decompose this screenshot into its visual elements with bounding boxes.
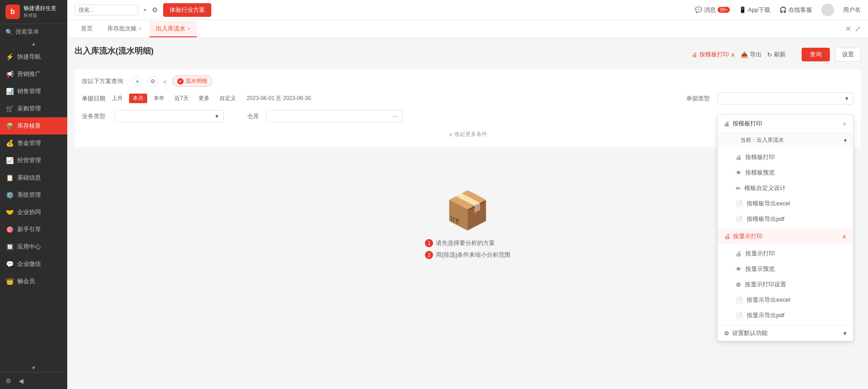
display-group-chevron: ∧ xyxy=(842,233,847,240)
settings-bottom-icon[interactable]: ⚙ xyxy=(5,377,11,384)
lightning-icon: ⚡ xyxy=(5,53,14,61)
config-icon: ⚙ xyxy=(150,78,155,85)
biz-type-select[interactable]: ▾ xyxy=(115,110,224,122)
industry-solution-button[interactable]: 体验行业方案 xyxy=(163,3,211,17)
sidebar-item-guide[interactable]: 🎯 新手引导 xyxy=(0,221,67,238)
template-print-button[interactable]: 🖨 按模板打印 ∧ xyxy=(692,50,735,59)
target-icon: 🎯 xyxy=(5,225,14,234)
grid-icon: 🔲 xyxy=(5,243,14,251)
sidebar-item-app-center[interactable]: 🔲 应用中心 xyxy=(0,238,67,255)
warehouse-more-icon: ··· xyxy=(393,113,398,120)
dropdown-template-export-excel[interactable]: 📄 按模板导出excel xyxy=(718,196,853,211)
topbar-right: 💬 消息 99+ 📱 App下载 🎧 在线客服 用户名 xyxy=(695,4,861,16)
dropdown-display-export-excel[interactable]: 📄 按显示导出excel xyxy=(718,292,853,308)
sidebar-item-sales[interactable]: 📊 销售管理 xyxy=(0,83,67,100)
dropdown-template-custom[interactable]: ✏ 模板自定义设计 xyxy=(718,180,853,196)
display-preview-icon: 👁 xyxy=(736,266,742,273)
sidebar-item-finance[interactable]: 💰 资金管理 xyxy=(0,135,67,152)
gear-nav-icon: ⚙️ xyxy=(5,191,14,199)
chart-icon: 📊 xyxy=(5,87,14,95)
export-button[interactable]: 📤 导出 xyxy=(741,50,762,59)
sidebar-item-basic-info[interactable]: 📋 基础信息 xyxy=(0,169,67,186)
sidebar-item-marketing[interactable]: 📢 营销推广 xyxy=(0,65,67,83)
message-badge: 99+ xyxy=(718,7,730,13)
tabs-right-actions: ✕ ⤢ xyxy=(845,25,861,33)
dropdown-display-export-pdf[interactable]: 📄 按显示导出pdf xyxy=(718,308,853,323)
date-label: 单据日期 xyxy=(82,95,105,103)
dropdown-display-group-header[interactable]: 🖨 按显示打印 ∧ xyxy=(718,229,853,244)
sidebar-item-operations[interactable]: 📈 经营管理 xyxy=(0,152,67,169)
message-button[interactable]: 💬 消息 99+ xyxy=(695,6,730,14)
topbar-chevron-icon[interactable]: ▾ xyxy=(144,7,146,13)
template-pdf-icon: 📄 xyxy=(736,216,743,223)
sidebar-scroll-down[interactable]: ▼ xyxy=(0,364,67,372)
empty-illustration: 📦 xyxy=(445,189,490,232)
display-settings-icon: ⚙ xyxy=(736,281,741,288)
refresh-button[interactable]: ↻ 刷新 xyxy=(767,50,786,59)
date-btn-custom[interactable]: 自定义 xyxy=(216,94,239,103)
current-chevron-icon: ▾ xyxy=(844,137,847,144)
page-content: 出入库流水(流水明细) 🖨 按模板打印 ∧ 📤 导出 ↻ 刷新 ... 查询 设… xyxy=(67,38,868,389)
dropdown-template-preview[interactable]: 👁 按模板预览 xyxy=(718,165,853,180)
collapse-sidebar-icon[interactable]: ◀ xyxy=(19,377,24,384)
dropdown-footer[interactable]: ⚙ 设置默认功能 ▾ xyxy=(718,325,853,341)
filter-tag: ✔ 流水明细 xyxy=(172,75,212,87)
dropdown-template-print[interactable]: 🖨 按模板打印 xyxy=(718,150,853,165)
topbar-search-input[interactable] xyxy=(75,5,138,15)
tab-close-inventory-batch[interactable]: × xyxy=(139,26,141,31)
settings-button[interactable]: 设置 xyxy=(835,48,861,61)
user-avatar[interactable] xyxy=(821,4,834,16)
date-btn-more[interactable]: 更多 xyxy=(195,94,213,103)
doc-type-select[interactable]: ▾ xyxy=(717,92,853,105)
sidebar-item-cooperation[interactable]: 🤝 企业协同 xyxy=(0,204,67,221)
filter-config-button[interactable]: ⚙ xyxy=(148,76,158,86)
sidebar-item-quick-nav[interactable]: ⚡ 快捷导航 xyxy=(0,48,67,65)
sidebar-scroll-up[interactable]: ▲ xyxy=(0,40,67,48)
sidebar-search-item[interactable]: 🔍 搜索菜单 xyxy=(0,24,67,40)
warehouse-select[interactable]: ··· xyxy=(266,110,403,122)
empty-tip-2: 2 用[筛选]条件来缩小分析范围 xyxy=(425,251,510,259)
date-btn-7days[interactable]: 近7天 xyxy=(171,94,192,103)
footer-chevron-icon: ▾ xyxy=(843,330,847,337)
tab-home[interactable]: 首页 xyxy=(75,21,99,37)
tab-close-window-icon[interactable]: ✕ xyxy=(845,25,851,33)
date-btn-last-month[interactable]: 上月 xyxy=(108,94,126,103)
tab-inventory-batch[interactable]: 库存批次账 × xyxy=(101,21,148,37)
topbar-gear-icon[interactable]: ⚙ xyxy=(152,6,158,14)
filter-add-button[interactable]: + xyxy=(132,76,142,86)
user-name: 用户名 xyxy=(843,6,861,14)
date-btn-this-year[interactable]: 本年 xyxy=(150,94,168,103)
sidebar-item-inventory[interactable]: 📦 库存核算 xyxy=(0,117,67,135)
dropdown-display-section: 🖨 按显示打印 👁 按显示预览 ⚙ 按显示打印设置 📄 按显示导出excel xyxy=(718,244,853,325)
dropdown-current-template[interactable]: 当前：出入库流水 ▾ xyxy=(718,133,853,148)
tab-inout-flow[interactable]: 出入库流水 × xyxy=(150,21,196,37)
date-filter: 单据日期 上月 本月 本年 近7天 更多 自定义 xyxy=(82,94,239,103)
dropdown-display-print-settings[interactable]: ⚙ 按显示打印设置 xyxy=(718,277,853,292)
app-download-button[interactable]: 📱 App下载 xyxy=(739,6,770,14)
sidebar-item-purchase[interactable]: 🛒 采购管理 xyxy=(0,100,67,117)
dropdown-template-export-pdf[interactable]: 📄 按模板导出pdf xyxy=(718,211,853,227)
sidebar-item-wechat[interactable]: 💬 企业微信 xyxy=(0,255,67,273)
sidebar-item-system[interactable]: ⚙️ 系统管理 xyxy=(0,186,67,204)
filter-row-1: 按以下方案查询 + ⚙ « ✔ 流水明细 xyxy=(82,75,853,87)
filter-tag-label: 流水明细 xyxy=(185,77,207,85)
empty-tips: 1 请先选择要分析的方案 2 用[筛选]条件来缩小分析范围 xyxy=(425,239,510,263)
template-print-icon: 🖨 xyxy=(736,154,742,161)
doc-type-label: 单据类型 xyxy=(686,95,710,103)
date-btn-this-month[interactable]: 本月 xyxy=(129,94,147,103)
query-button[interactable]: 查询 xyxy=(802,48,830,61)
sidebar-item-member[interactable]: 👑 畅会员 xyxy=(0,273,67,290)
chat-icon: 💬 xyxy=(5,260,14,268)
dropdown-display-preview[interactable]: 👁 按显示预览 xyxy=(718,261,853,277)
footer-settings-icon: ⚙ xyxy=(724,330,729,337)
main-area: ▾ ⚙ 体验行业方案 💬 消息 99+ 📱 App下载 🎧 在线客服 用户名 首… xyxy=(67,0,868,389)
online-service-button[interactable]: 🎧 在线客服 xyxy=(779,6,812,14)
filter-collapse-button[interactable]: « xyxy=(163,78,167,85)
display-excel-icon: 📄 xyxy=(736,297,743,304)
dropdown-display-print[interactable]: 🖨 按显示打印 xyxy=(718,246,853,261)
tip-num-2: 2 xyxy=(425,251,433,259)
tab-close-inout-flow[interactable]: × xyxy=(187,26,190,31)
export-icon: 📤 xyxy=(741,51,748,58)
tab-expand-icon[interactable]: ⤢ xyxy=(855,25,861,33)
display-pdf-icon: 📄 xyxy=(736,312,743,319)
